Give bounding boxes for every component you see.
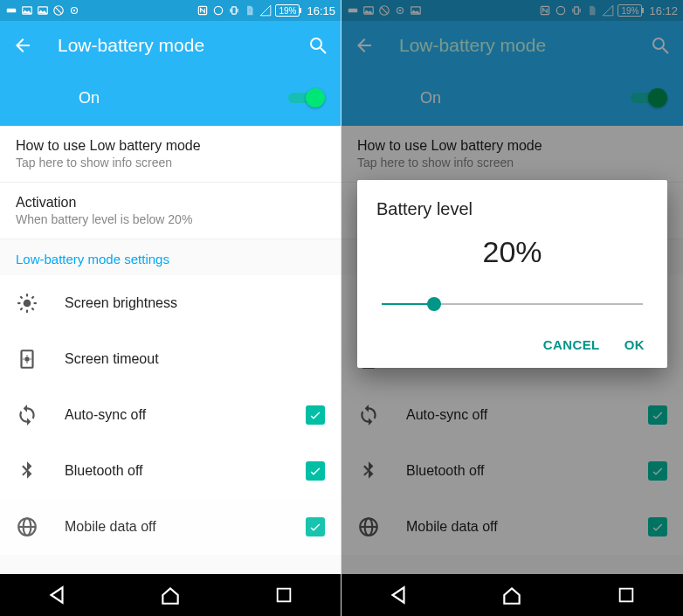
sync-icon (212, 4, 224, 17)
section-header: Low-battery mode settings (0, 239, 341, 275)
master-toggle-switch[interactable] (288, 89, 323, 107)
how-to-title: How to use Low battery mode (16, 138, 325, 154)
svg-line-14 (321, 48, 326, 53)
checkbox-checked[interactable] (306, 405, 325, 425)
setting-mobiledata[interactable]: Mobile data off (342, 499, 683, 555)
globe-icon (357, 516, 380, 538)
status-bar: ! 19% 16:15 (0, 0, 341, 21)
globe-icon (16, 516, 38, 538)
master-toggle-row[interactable]: On (0, 70, 341, 126)
setting-label: Mobile data off (406, 519, 648, 535)
image-icon-2 (37, 4, 49, 17)
battery-level-slider[interactable] (382, 294, 643, 315)
svg-line-47 (663, 48, 668, 53)
setting-bluetooth[interactable]: Bluetooth off (342, 443, 683, 499)
slider-fill (382, 303, 434, 305)
nav-home-icon[interactable] (500, 583, 524, 607)
search-icon[interactable] (650, 35, 671, 56)
bluetooth-icon (16, 460, 38, 482)
svg-point-6 (73, 10, 75, 11)
dialog-title: Battery level (376, 199, 648, 219)
how-to-subtitle: Tap here to show info screen (357, 156, 667, 170)
setting-timeout[interactable]: Screen timeout (0, 331, 341, 387)
image-icon (21, 4, 33, 17)
svg-line-22 (20, 308, 22, 309)
sync-icon (555, 4, 567, 17)
svg-line-4 (55, 7, 62, 14)
block-icon (378, 4, 390, 17)
brightness-icon (16, 292, 38, 315)
setting-label: Screen brightness (65, 295, 325, 311)
activation-row[interactable]: Activation When battery level is below 2… (0, 183, 341, 239)
setting-autosync[interactable]: Auto-sync off (342, 387, 683, 443)
content-area: How to use Low battery mode Tap here to … (0, 126, 341, 574)
nav-home-icon[interactable] (158, 583, 183, 607)
more-icon (347, 4, 359, 17)
phone-right: 19% 16:12 Low-battery mode On How to use… (342, 0, 683, 616)
nfc-icon (539, 4, 551, 17)
setting-label: Bluetooth off (406, 463, 648, 479)
svg-point-15 (24, 300, 31, 308)
setting-autosync[interactable]: Auto-sync off (0, 387, 341, 443)
nav-back-icon[interactable] (386, 583, 410, 607)
app-bar: Low-battery mode (342, 21, 683, 70)
master-toggle-switch[interactable] (631, 89, 666, 107)
svg-point-8 (215, 6, 223, 14)
vibrate-icon (228, 4, 240, 17)
cloud-icon (394, 4, 406, 17)
slider-thumb[interactable] (427, 297, 441, 311)
svg-point-39 (399, 10, 401, 11)
svg-line-23 (31, 296, 33, 298)
sim-icon: ! (244, 4, 256, 17)
checkbox-checked[interactable] (648, 517, 667, 536)
image-icon (362, 4, 375, 17)
how-to-row[interactable]: How to use Low battery mode Tap here to … (342, 126, 683, 183)
svg-rect-0 (7, 9, 17, 13)
watermark: sdaelectric.com (615, 606, 676, 614)
nav-recent-icon[interactable] (614, 583, 638, 607)
bluetooth-icon (357, 460, 380, 482)
vibrate-icon (570, 4, 583, 17)
how-to-title: How to use Low battery mode (357, 138, 667, 154)
setting-brightness[interactable]: Screen brightness (0, 275, 341, 331)
nav-recent-icon[interactable] (272, 583, 296, 607)
setting-label: Bluetooth off (65, 463, 306, 479)
checkbox-checked[interactable] (648, 461, 667, 481)
more-icon (5, 4, 17, 17)
master-toggle-row[interactable]: On (342, 70, 683, 126)
how-to-row[interactable]: How to use Low battery mode Tap here to … (0, 126, 341, 183)
phone-left: ! 19% 16:15 Low-battery mode On How to u… (0, 0, 342, 616)
status-clock: 16:15 (307, 4, 335, 17)
svg-rect-9 (232, 7, 237, 14)
nfc-icon (197, 4, 209, 17)
sim-icon (586, 4, 598, 17)
setting-bluetooth[interactable]: Bluetooth off (0, 443, 341, 499)
svg-line-20 (20, 296, 22, 298)
sync-icon (16, 404, 38, 426)
checkbox-checked[interactable] (648, 405, 667, 425)
setting-label: Mobile data off (65, 519, 306, 535)
svg-rect-43 (575, 7, 579, 14)
signal-icon (259, 4, 272, 17)
block-icon (52, 4, 65, 17)
checkbox-checked[interactable] (306, 461, 325, 481)
checkbox-checked[interactable] (306, 517, 325, 536)
master-toggle-label: On (79, 89, 288, 107)
ok-button[interactable]: OK (624, 337, 645, 352)
battery-icon: 19% (617, 4, 642, 17)
setting-mobiledata[interactable]: Mobile data off (0, 499, 341, 555)
back-icon[interactable] (12, 35, 33, 56)
svg-rect-34 (348, 9, 358, 13)
nav-back-icon[interactable] (45, 583, 69, 607)
cloud-icon (68, 4, 80, 17)
svg-line-37 (381, 7, 388, 14)
signal-icon (602, 4, 614, 17)
back-icon[interactable] (354, 35, 375, 56)
app-bar: Low-battery mode (0, 21, 341, 70)
status-clock: 16:12 (649, 4, 678, 17)
search-icon[interactable] (307, 35, 328, 56)
activation-subtitle: When battery level is below 20% (16, 212, 325, 226)
svg-line-21 (31, 308, 33, 309)
cancel-button[interactable]: CANCEL (543, 337, 600, 352)
how-to-subtitle: Tap here to show info screen (16, 156, 325, 170)
